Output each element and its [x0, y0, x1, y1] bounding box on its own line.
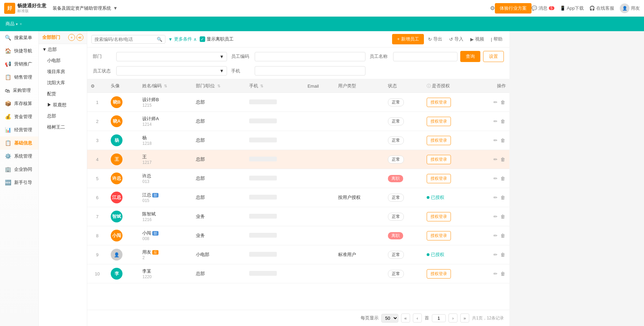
row-num: 1	[87, 93, 107, 112]
sidebar-item-marketing[interactable]: 📢营销推广	[0, 58, 38, 71]
edit-btn[interactable]: ✏	[493, 252, 498, 257]
auth-btn[interactable]: 授权登录	[427, 174, 451, 183]
search-input[interactable]	[94, 37, 157, 42]
avatar-cell: 杨	[107, 131, 139, 150]
status-badge: 离职	[388, 175, 403, 182]
edit-btn[interactable]: ✏	[493, 233, 498, 238]
sidebar-item-system[interactable]: ⚙️系统管理	[0, 150, 38, 163]
export-btn[interactable]: ↻ 导出	[425, 35, 445, 44]
user-area[interactable]: 👤 用友	[620, 3, 640, 13]
delete-btn[interactable]: 🗑	[500, 176, 505, 181]
delete-btn[interactable]: 🗑	[500, 157, 505, 162]
auth-btn[interactable]: 授权登录	[427, 117, 451, 126]
th-settings[interactable]: ⚙	[87, 79, 107, 93]
delete-btn[interactable]: 🗑	[500, 118, 505, 124]
dept-select[interactable]: ▼	[116, 52, 227, 61]
next-page-btn[interactable]: ›	[448, 314, 457, 323]
th-name[interactable]: 姓名/编码 ⇅	[139, 79, 192, 93]
reset-btn[interactable]: 设置	[483, 51, 504, 62]
code-input[interactable]	[255, 52, 365, 61]
user-type-cell	[335, 169, 384, 188]
delete-btn[interactable]: 🗑	[500, 252, 505, 257]
sidebar-item-basic[interactable]: 📋基础信息	[0, 136, 38, 150]
sidebar-item-search-menu[interactable]: 🔍搜索菜单	[0, 31, 38, 44]
auth-btn[interactable]: 授权登录	[427, 98, 451, 107]
dept-node[interactable]: 沈阳大库	[39, 77, 87, 88]
edit-btn[interactable]: ✏	[493, 195, 498, 200]
app-download-btn[interactable]: 📱 App下载	[560, 5, 584, 11]
edit-btn[interactable]: ✏	[493, 214, 498, 219]
sidebar-label-inventory: 库存核算	[14, 100, 32, 107]
avatar: 👤	[620, 3, 629, 13]
first-page-btn[interactable]: «	[401, 314, 410, 323]
dept-node[interactable]: 配货	[39, 88, 87, 99]
more-filter-btn[interactable]: ▼ 更多条件 ∧	[168, 36, 197, 42]
delete-btn[interactable]: 🗑	[500, 271, 505, 276]
system-title-dropdown[interactable]: ▼	[113, 6, 118, 11]
th-phone[interactable]: 手机 ⇅	[246, 79, 304, 93]
delete-btn[interactable]: 🗑	[500, 99, 505, 105]
status-select[interactable]: ▼	[116, 66, 227, 76]
phone-input[interactable]	[255, 66, 365, 76]
edit-btn[interactable]: ✏	[493, 118, 498, 124]
name-input[interactable]	[393, 52, 457, 61]
sidebar-item-shortcut[interactable]: 🏠快捷导航	[0, 44, 38, 58]
delete-btn[interactable]: 🗑	[500, 138, 505, 143]
view-btn[interactable]: ▶ 视频	[468, 35, 487, 44]
delete-btn[interactable]: 🗑	[500, 233, 505, 238]
sidebar-item-inventory[interactable]: 📦库存核算	[0, 97, 38, 110]
operation-cell: ✏ 🗑	[476, 207, 509, 226]
email-cell	[304, 264, 335, 283]
dept-node[interactable]: ▶ 双鹿想	[39, 99, 87, 111]
service-btn[interactable]: 🎧 在线客服	[589, 5, 614, 11]
auth-btn[interactable]: 授权登录	[427, 136, 451, 145]
sidebar-item-purchase[interactable]: 🛍采购管理	[0, 84, 38, 97]
dept-node[interactable]: 项目库房	[39, 66, 87, 77]
dept-tree-collapse-btn[interactable]: ≪	[76, 34, 83, 41]
sidebar-item-company[interactable]: 🏢企业协同	[0, 163, 38, 176]
page-number-input[interactable]	[432, 314, 446, 322]
edit-btn[interactable]: ✏	[493, 176, 498, 181]
edit-btn[interactable]: ✏	[493, 138, 498, 143]
operation-cell: ✏ 🗑	[476, 245, 509, 264]
nav-item-商品[interactable]: 商品 ▾×	[0, 17, 36, 31]
msg-btn[interactable]: 💬 消息 5	[532, 5, 554, 11]
last-page-btn[interactable]: »	[460, 314, 469, 323]
sidebar-icon-search-menu: 🔍	[5, 35, 11, 41]
delete-btn[interactable]: 🗑	[500, 195, 505, 200]
show-resigned-label[interactable]: ✓ 显示离职员工	[200, 36, 234, 42]
settings-icon[interactable]: ⚙	[490, 5, 495, 11]
dept-node[interactable]: 植树王二	[39, 122, 87, 133]
dept-tree: 全部部门 + ≪ ▼ 总部小电部项目库房沈阳大库配货▶ 双鹿想总部植树王二	[39, 31, 87, 326]
auth-btn[interactable]: 授权登录	[427, 155, 451, 164]
show-resigned-checkbox[interactable]: ✓	[200, 36, 205, 42]
status-badge: 正常	[388, 194, 404, 202]
try-btn[interactable]: 体验行业方案	[495, 3, 532, 14]
dept-node[interactable]: ▼ 总部	[39, 44, 87, 55]
add-employee-btn[interactable]: + 新增员工	[392, 34, 424, 44]
query-btn[interactable]: 查询	[460, 51, 480, 62]
auth-btn[interactable]: 授权登录	[427, 212, 451, 221]
close-tab-商品[interactable]: ×	[20, 22, 22, 26]
sidebar-item-operation[interactable]: 📊经营管理	[0, 123, 38, 136]
operation-cell: ✏ 🗑	[476, 264, 509, 283]
import-btn[interactable]: ↺ 导入	[446, 35, 466, 44]
sidebar-item-guide[interactable]: 🆕新手引导	[0, 176, 38, 189]
th-dept[interactable]: 部门/职位 ⇅	[192, 79, 246, 93]
edit-btn[interactable]: ✏	[493, 99, 498, 105]
dept-tree-add-btn[interactable]: +	[68, 34, 75, 41]
delete-btn[interactable]: 🗑	[500, 214, 505, 219]
dept-node[interactable]: 小电部	[39, 55, 87, 66]
auth-btn[interactable]: 授权登录	[427, 231, 451, 240]
dept-node[interactable]: 总部	[39, 111, 87, 122]
filter-code-row: 员工编码	[231, 52, 365, 61]
page-size-select[interactable]: 50	[381, 314, 398, 323]
prev-page-btn[interactable]: ‹	[413, 314, 422, 323]
sidebar-item-finance[interactable]: 💰资金管理	[0, 110, 38, 123]
edit-btn[interactable]: ✏	[493, 271, 498, 276]
help-btn[interactable]: | 帮助	[488, 35, 505, 44]
user-type-cell	[335, 226, 384, 245]
edit-btn[interactable]: ✏	[493, 157, 498, 162]
auth-btn[interactable]: 授权登录	[427, 269, 451, 279]
sidebar-item-sales[interactable]: 📋销售管理	[0, 71, 38, 84]
